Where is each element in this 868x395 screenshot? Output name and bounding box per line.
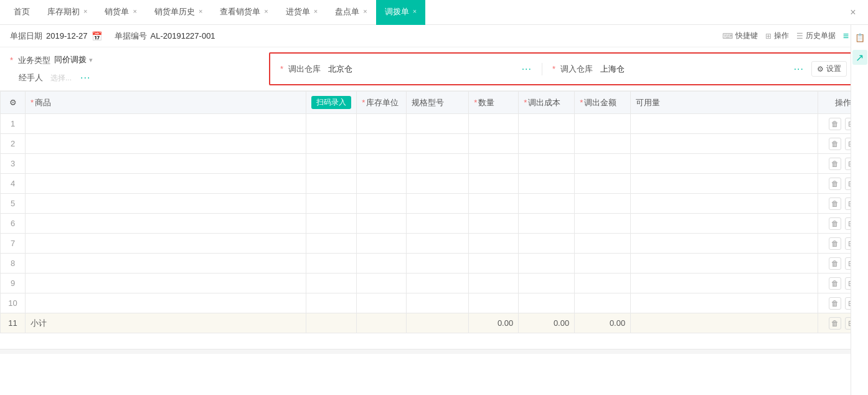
tab-sales-order[interactable]: 销货单 × <box>96 0 145 25</box>
tab-close-transfer[interactable]: × <box>413 8 417 15</box>
amount-cell[interactable] <box>575 134 631 154</box>
amount-cell[interactable] <box>575 114 631 134</box>
list-view-icon[interactable]: ≡ <box>843 31 849 42</box>
row-delete-icon[interactable]: 🗑 <box>829 277 841 290</box>
cost-cell[interactable] <box>519 154 575 174</box>
spec-cell[interactable] <box>407 214 469 234</box>
tab-view-sales[interactable]: 查看销货单 × <box>211 0 276 25</box>
tab-close-inventory[interactable]: × <box>83 8 87 15</box>
cost-cell[interactable] <box>519 214 575 234</box>
amount-cell[interactable] <box>575 254 631 274</box>
spec-cell[interactable] <box>407 114 469 134</box>
cost-cell[interactable] <box>519 234 575 254</box>
amount-cell[interactable] <box>575 234 631 254</box>
tab-purchase[interactable]: 进货单 × <box>277 0 326 25</box>
row-delete-icon[interactable]: 🗑 <box>829 217 841 230</box>
qty-cell[interactable] <box>469 154 519 174</box>
product-cell[interactable] <box>26 234 306 254</box>
cost-cell[interactable] <box>519 274 575 293</box>
qty-cell[interactable] <box>469 214 519 234</box>
unit-cell[interactable] <box>357 194 407 214</box>
amount-cell[interactable] <box>575 274 631 293</box>
business-type-select[interactable]: 同价调拨 ▾ <box>54 54 166 66</box>
handler-select[interactable]: 选择... <box>50 73 72 83</box>
amount-cell[interactable] <box>575 214 631 234</box>
tab-close-sales[interactable]: × <box>133 8 136 15</box>
row-delete-icon[interactable]: 🗑 <box>829 198 841 210</box>
doc-date-value[interactable]: 2019-12-27 <box>46 31 88 40</box>
unit-cell[interactable] <box>357 154 407 174</box>
tab-close-sales-history[interactable]: × <box>199 8 202 15</box>
unit-cell[interactable] <box>357 134 407 154</box>
qty-cell[interactable] <box>469 293 519 313</box>
operations-button[interactable]: ⊞ 操作 <box>765 31 789 41</box>
handler-more-icon[interactable]: ··· <box>80 72 90 83</box>
product-cell[interactable] <box>26 134 306 154</box>
cost-cell[interactable] <box>519 194 575 214</box>
shortcuts-button[interactable]: ⌨ 快捷键 <box>722 31 758 41</box>
unit-cell[interactable] <box>357 114 407 134</box>
tab-sales-history[interactable]: 销货单历史 × <box>146 0 211 25</box>
out-warehouse-value[interactable]: 北京仓 <box>328 64 352 75</box>
out-warehouse-more-icon[interactable]: ··· <box>522 64 532 75</box>
spec-cell[interactable] <box>407 274 469 293</box>
in-warehouse-value[interactable]: 上海仓 <box>600 64 625 75</box>
bottom-scrollbar[interactable] <box>0 349 868 354</box>
unit-cell[interactable] <box>357 174 407 194</box>
sidebar-notes-icon[interactable]: 📋 <box>852 30 867 45</box>
spec-cell[interactable] <box>407 254 469 274</box>
product-cell[interactable] <box>26 114 306 134</box>
qty-cell[interactable] <box>469 194 519 214</box>
col-settings-header[interactable]: ⚙ <box>1 92 26 114</box>
qty-cell[interactable] <box>469 274 519 293</box>
qty-cell[interactable] <box>469 234 519 254</box>
cost-cell[interactable] <box>519 134 575 154</box>
cost-cell[interactable] <box>519 254 575 274</box>
qty-cell[interactable] <box>469 174 519 194</box>
qty-cell[interactable] <box>469 114 519 134</box>
product-cell[interactable] <box>26 274 306 293</box>
cost-cell[interactable] <box>519 293 575 313</box>
row-delete-icon[interactable]: 🗑 <box>829 317 841 330</box>
amount-cell[interactable] <box>575 194 631 214</box>
qty-cell[interactable] <box>469 254 519 274</box>
row-delete-icon[interactable]: 🗑 <box>829 297 841 310</box>
spec-cell[interactable] <box>407 194 469 214</box>
product-cell[interactable] <box>26 214 306 234</box>
spec-cell[interactable] <box>407 134 469 154</box>
in-warehouse-more-icon[interactable]: ··· <box>794 64 804 75</box>
qty-cell[interactable] <box>469 134 519 154</box>
tab-close-purchase[interactable]: × <box>314 8 318 15</box>
row-delete-icon[interactable]: 🗑 <box>829 178 841 190</box>
product-cell[interactable] <box>26 174 306 194</box>
cost-cell[interactable] <box>519 174 575 194</box>
row-delete-icon[interactable]: 🗑 <box>829 158 841 170</box>
tab-close-stocktake[interactable]: × <box>363 8 367 15</box>
settings-button[interactable]: ⚙ 设置 <box>811 61 847 77</box>
unit-cell[interactable] <box>357 274 407 293</box>
unit-cell[interactable] <box>357 254 407 274</box>
unit-cell[interactable] <box>357 293 407 313</box>
product-cell[interactable] <box>26 194 306 214</box>
row-delete-icon[interactable]: 🗑 <box>829 237 841 250</box>
cost-cell[interactable] <box>519 114 575 134</box>
amount-cell[interactable] <box>575 293 631 313</box>
amount-cell[interactable] <box>575 154 631 174</box>
spec-cell[interactable] <box>407 154 469 174</box>
amount-cell[interactable] <box>575 174 631 194</box>
spec-cell[interactable] <box>407 293 469 313</box>
tab-close-view-sales[interactable]: × <box>264 8 268 15</box>
unit-cell[interactable] <box>357 214 407 234</box>
spec-cell[interactable] <box>407 234 469 254</box>
unit-cell[interactable] <box>357 234 407 254</box>
tab-home[interactable]: 首页 <box>5 0 39 25</box>
product-cell[interactable] <box>26 254 306 274</box>
product-cell[interactable] <box>26 293 306 313</box>
history-button[interactable]: ☰ 历史单据 <box>796 31 836 41</box>
calendar-icon[interactable]: 📅 <box>92 31 102 41</box>
product-cell[interactable] <box>26 154 306 174</box>
scan-button[interactable]: 扫码录入 <box>311 96 351 109</box>
sidebar-export-icon[interactable]: ↗ <box>852 50 867 65</box>
row-delete-icon[interactable]: 🗑 <box>829 138 841 150</box>
row-delete-icon[interactable]: 🗑 <box>829 118 841 130</box>
